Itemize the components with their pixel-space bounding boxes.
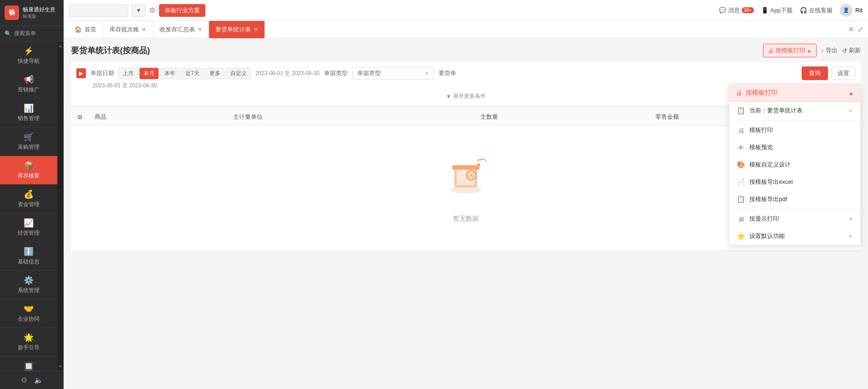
template-excel-icon: 📄 (737, 178, 745, 186)
tab-collection-close[interactable]: ✕ (198, 26, 202, 33)
print-template-button[interactable]: 🖨 按模板打印 ▲ (763, 44, 817, 57)
sidebar-item-basic[interactable]: ℹ️ 基础信息 (0, 242, 57, 271)
tab-home[interactable]: 🏠 首页 (68, 21, 103, 38)
sidebar-item-label: 新手引导 (18, 344, 40, 352)
filter-settings-button[interactable]: 设置 (832, 66, 855, 80)
sidebar-item-business[interactable]: 📈 经营管理 (0, 213, 57, 242)
chevron-down-icon: ▼ (424, 71, 429, 76)
sidebar-item-inventory[interactable]: 📦 库存核算 (0, 156, 57, 185)
display-print-arrow: ▼ (848, 217, 853, 222)
sidebar-item-system[interactable]: ⚙️ 系统管理 (0, 271, 57, 299)
dropdown-divider-1 (729, 120, 860, 121)
query-button[interactable]: 查询 (802, 66, 828, 80)
print-dropdown-arrow: ▲ (807, 48, 812, 53)
sidebar-item-guide[interactable]: 🌟 新手引导 (0, 328, 57, 357)
empty-icon (443, 153, 489, 207)
sidebar-item-finance[interactable]: 💰 资金管理 (0, 185, 57, 213)
sidebar-item-quick[interactable]: ⚡ 快捷导航 (0, 41, 57, 70)
export-icon: ↑ (821, 47, 824, 54)
settings-bottom-icon[interactable]: ⚙ (21, 376, 27, 384)
sidebar-item-marketing[interactable]: 📢 营销推广 (0, 70, 57, 99)
business-icon: 📈 (24, 218, 34, 228)
template-pdf-item[interactable]: 📋 按模板导出pdf (729, 191, 860, 208)
expand-icon: ▼ (446, 93, 451, 100)
print-dropdown-title: 按模板打印 (746, 89, 778, 97)
col-settings-icon[interactable]: ⚙ (77, 114, 83, 121)
online-service-item[interactable]: 🎧 在线客服 (800, 6, 833, 15)
set-default-left: ⭐ 设置默认功能 (737, 232, 785, 240)
date-more-btn[interactable]: 更多 (205, 68, 224, 79)
tab-order[interactable]: 要货单统计表 ✕ (209, 21, 265, 38)
tab-expand-icon[interactable]: ⤢ (858, 25, 863, 34)
app-download-icon: 📱 (761, 7, 768, 14)
topbar-settings-icon[interactable]: ⚙ (149, 6, 155, 15)
date-current-month-btn[interactable]: 本月 (140, 68, 159, 79)
print-dropdown-icon: 🖨 (736, 89, 742, 96)
sidebar-item-sales[interactable]: 📊 销售管理 (0, 99, 57, 127)
set-default-item[interactable]: ⭐ 设置默认功能 ▼ (729, 227, 860, 245)
app-logo-icon: 畅 (5, 5, 19, 20)
display-print-item[interactable]: 🖥 按显示打印 ▼ (729, 210, 860, 227)
col-unit: 主计量单位 (228, 108, 475, 126)
refresh-button[interactable]: ↺ 刷新 (842, 46, 861, 55)
current-template-item[interactable]: 📋 当前：要货单统计表 ▼ (729, 102, 860, 119)
empty-text: 暂无数据 (453, 215, 479, 223)
app-download-item[interactable]: 📱 App下载 (761, 6, 793, 15)
sound-icon[interactable]: 🔈 (34, 376, 43, 384)
user-name: Rit (855, 7, 863, 14)
order-type-select[interactable]: 单据类型 ▼ (352, 67, 434, 80)
inventory-icon: 📦 (24, 161, 34, 171)
topbar-dropdown-button[interactable]: ▼ (132, 4, 145, 17)
goods-filter-label: 要货单 (439, 69, 456, 77)
basic-icon: ℹ️ (24, 247, 34, 257)
date-7days-btn[interactable]: 近7天 (181, 68, 204, 79)
topbar-search-input[interactable] (69, 4, 128, 17)
template-design-item[interactable]: 🎨 模板自定义设计 (729, 156, 860, 173)
trial-button[interactable]: 体验行业方案 (159, 4, 205, 17)
home-icon: 🏠 (75, 26, 82, 33)
dropdown-divider-2 (729, 209, 860, 209)
page-title: 要货单统计表(按商品) (71, 45, 150, 56)
sidebar: 畅 畅康通好生意 标准版 🔍 搜索菜单 ⚡ 快捷导航 📢 营销推广 📊 销售管理… (0, 0, 64, 389)
date-btn-group: 上月 本月 本年 近7天 更多 自定义 (119, 68, 251, 79)
main-area: ▼ ⚙ 体验行业方案 💬 消息 99+ 📱 App下载 🎧 在线客服 👤 Rit (64, 0, 868, 389)
display-print-icon: 🖥 (737, 215, 745, 223)
tab-order-close[interactable]: ✕ (254, 26, 258, 33)
sidebar-item-purchase[interactable]: 🛒 采购管理 (0, 127, 57, 156)
sidebar-scrollbar[interactable]: ▲ ▼ (57, 41, 64, 371)
template-preview-item[interactable]: 👁 模板预览 (729, 139, 860, 156)
tab-batch-close[interactable]: ✕ (142, 26, 146, 33)
tab-collection[interactable]: 收发存汇总表 ✕ (153, 21, 209, 38)
sidebar-item-label: 企业协同 (18, 315, 40, 323)
tabbar: 🏠 首页 库存批次账 ✕ 收发存汇总表 ✕ 要货单统计表 ✕ ✕ ⤢ (64, 21, 868, 38)
col-settings[interactable]: ⚙ (71, 108, 89, 126)
set-default-icon: ⭐ (737, 232, 745, 240)
topbar: ▼ ⚙ 体验行业方案 💬 消息 99+ 📱 App下载 🎧 在线客服 👤 Rit (64, 0, 868, 21)
avatar: 👤 (840, 4, 853, 17)
export-button[interactable]: ↑ 导出 (821, 46, 838, 55)
date-custom-btn[interactable]: 自定义 (226, 68, 251, 79)
tab-close-all-icon[interactable]: ✕ (848, 25, 854, 34)
sidebar-search[interactable]: 🔍 搜索菜单 (0, 26, 64, 41)
filter-expand-icon[interactable]: ▶ (76, 68, 86, 78)
scroll-up-icon[interactable]: ▲ (58, 43, 63, 48)
template-print-icon: 🖨 (737, 126, 745, 134)
expand-conditions-button[interactable]: ▼ 展开更多条件 (446, 92, 486, 100)
chevron-up-icon[interactable]: ▲ (848, 90, 854, 96)
sidebar-item-label: 采购管理 (18, 143, 40, 151)
marketing-icon: 📢 (24, 75, 34, 85)
date-year-btn[interactable]: 本年 (160, 68, 180, 79)
tab-batch[interactable]: 库存批次账 ✕ (103, 21, 153, 38)
scroll-down-icon[interactable]: ▼ (58, 364, 63, 369)
sidebar-item-cooperation[interactable]: 🤝 企业协同 (0, 299, 57, 328)
sidebar-bottom: ⚙ 🔈 (0, 371, 64, 389)
template-excel-item[interactable]: 📄 按模板导出excel (729, 173, 860, 191)
page-actions: 🖨 按模板打印 ▲ ↑ 导出 ↺ 刷新 (763, 44, 861, 57)
sidebar-item-apps[interactable]: 🔲 应用中心 (0, 357, 57, 371)
messages-item[interactable]: 💬 消息 99+ (719, 6, 754, 15)
template-print-item[interactable]: 🖨 模板打印 (729, 121, 860, 139)
tabbar-right: ✕ ⤢ (848, 25, 863, 34)
user-info[interactable]: 👤 Rit (840, 4, 863, 17)
date-prev-month-btn[interactable]: 上月 (119, 68, 138, 79)
template-pdf-icon: 📋 (737, 195, 745, 203)
